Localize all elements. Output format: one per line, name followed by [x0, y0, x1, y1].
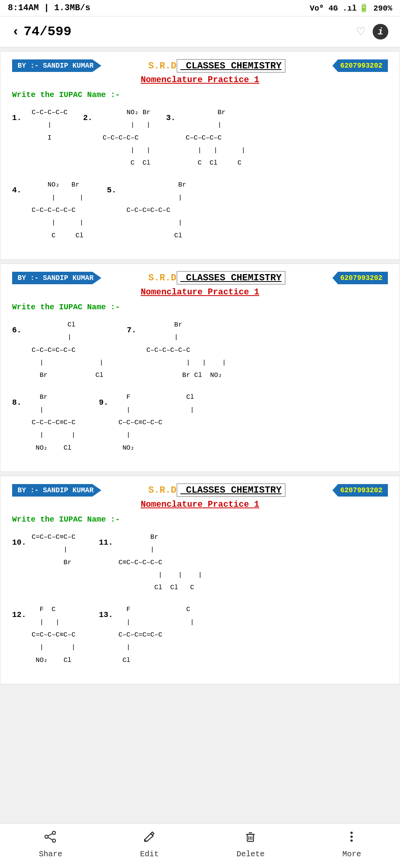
q13-formula: F C | | C–C–C=C=C–C | Cl: [118, 603, 194, 666]
info-button[interactable]: i: [373, 24, 388, 39]
structure-row-4-5: 4. NO₂ Br | | C–C–C–C–C–C | | C Cl 5. Br…: [12, 179, 388, 242]
share-button[interactable]: Share: [39, 830, 62, 859]
author-label-2: BY :- SANDIP KUMAR: [12, 272, 101, 284]
q11-formula: Br | C≡C–C–C–C–C | | | Cl Cl C: [118, 531, 202, 594]
bottom-toolbar: Share Edit Delete: [0, 823, 400, 868]
q8-formula: Br | C–C–C–C≡C–C | | NO₂ Cl: [32, 391, 75, 454]
q1-formula: C–C–C–C–C | I: [32, 106, 68, 144]
structures-panel-3: 10. C=C–C–C≡C–C | Br 11. Br | C≡C–C–C–C–…: [12, 531, 388, 667]
q6-formula: Cl | C–C–C=C–C–C | | Br Cl: [32, 319, 104, 382]
more-button[interactable]: More: [342, 830, 361, 859]
delete-icon: [244, 830, 257, 846]
panel-3: BY :- SANDIP KUMAR S.R.D CLASSES CHEMIST…: [0, 476, 400, 684]
more-icon: [345, 830, 358, 846]
srd-text-1: S.R.D: [148, 61, 177, 71]
nav-left[interactable]: ‹ 74/599: [12, 24, 71, 39]
banner-3: BY :- SANDIP KUMAR S.R.D CLASSES CHEMIST…: [12, 484, 388, 497]
svg-point-0: [52, 831, 55, 834]
banner-title-1: S.R.D CLASSES CHEMISTRY: [101, 61, 332, 71]
share-icon: [44, 830, 57, 846]
author-label-3: BY :- SANDIP KUMAR: [12, 484, 101, 497]
back-button[interactable]: ‹: [12, 24, 20, 39]
delete-button[interactable]: Delete: [236, 830, 264, 859]
q7-num: 7.: [127, 319, 146, 337]
q6-num: 6.: [12, 319, 32, 337]
q11-num: 11.: [99, 531, 118, 549]
panel-1: BY :- SANDIP KUMAR S.R.D CLASSES CHEMIST…: [0, 51, 400, 260]
status-time: 8:14AM | 1.3MB/s: [8, 3, 90, 13]
favorite-button[interactable]: ♡: [357, 23, 365, 40]
q3-formula: Br | C–C–C–C–C | | | C Cl C: [186, 106, 245, 169]
q4-num: 4.: [12, 179, 32, 197]
edit-icon: [143, 830, 155, 846]
edit-label: Edit: [140, 850, 159, 859]
q3-num: 3.: [166, 106, 186, 124]
q13-num: 13.: [99, 603, 118, 621]
instruction-1: Write the IUPAC Name :-: [12, 90, 388, 99]
classes-text-2: CLASSES CHEMISTRY: [177, 271, 286, 285]
svg-line-4: [48, 838, 52, 840]
banner-title-3: S.R.D CLASSES CHEMISTRY: [101, 485, 332, 495]
structure-row-1-2-3: 1. C–C–C–C–C | I 2. NO₂ Br | | C–C–C–C–C…: [12, 106, 388, 169]
page-counter: 74/599: [23, 24, 71, 39]
banner-2: BY :- SANDIP KUMAR S.R.D CLASSES CHEMIST…: [12, 272, 388, 284]
srd-text-2: S.R.D: [148, 273, 177, 283]
q12-num: 12.: [12, 603, 32, 621]
author-label-1: BY :- SANDIP KUMAR: [12, 59, 101, 72]
status-right: Vo⁰ 4G .ıl 🔋 290%: [310, 3, 392, 13]
main-content: BY :- SANDIP KUMAR S.R.D CLASSES CHEMIST…: [0, 51, 400, 735]
classes-text-3: CLASSES CHEMISTRY: [177, 483, 286, 497]
banner-1: BY :- SANDIP KUMAR S.R.D CLASSES CHEMIST…: [12, 59, 388, 72]
edit-button[interactable]: Edit: [140, 830, 159, 859]
svg-point-1: [45, 835, 48, 838]
subtitle-2: Nomenclature Practice 1: [12, 287, 388, 297]
share-label: Share: [39, 850, 62, 859]
phone-label-1: 6207993202: [332, 59, 388, 72]
structure-row-12-13: 12. F C | | C=C–C–C≡C–C | | NO₂ Cl 13. F…: [12, 603, 388, 666]
structures-panel-2: 6. Cl | C–C–C=C–C–C | | Br Cl 7. Br | C–…: [12, 319, 388, 454]
instruction-3: Write the IUPAC Name :-: [12, 515, 388, 524]
structures-panel-1: 1. C–C–C–C–C | I 2. NO₂ Br | | C–C–C–C–C…: [12, 106, 388, 242]
q9-num: 9.: [99, 391, 118, 409]
subtitle-3: Nomenclature Practice 1: [12, 500, 388, 509]
nav-bar: ‹ 74/599 ♡ i: [0, 16, 400, 47]
q10-formula: C=C–C–C≡C–C | Br: [32, 531, 75, 569]
battery-indicator: 🔋 290%: [359, 3, 392, 13]
instruction-2: Write the IUPAC Name :-: [12, 303, 388, 312]
q9-formula: F Cl | | C–C–C≡C–C–C | NO₂: [118, 391, 194, 454]
q10-num: 10.: [12, 531, 32, 549]
q1-num: 1.: [12, 106, 32, 124]
srd-text-3: S.R.D: [148, 485, 177, 495]
panel-2: BY :- SANDIP KUMAR S.R.D CLASSES CHEMIST…: [0, 264, 400, 472]
delete-label: Delete: [236, 850, 264, 859]
phone-label-2: 6207993202: [332, 272, 388, 284]
structure-row-6-7: 6. Cl | C–C–C=C–C–C | | Br Cl 7. Br | C–…: [12, 319, 388, 382]
more-label: More: [342, 850, 361, 859]
q7-formula: Br | C–C–C–C–C–C | | | Br Cl NO₂: [146, 319, 226, 382]
q12-formula: F C | | C=C–C–C≡C–C | | NO₂ Cl: [32, 603, 75, 666]
svg-point-2: [52, 839, 55, 842]
structure-row-10-11: 10. C=C–C–C≡C–C | Br 11. Br | C≡C–C–C–C–…: [12, 531, 388, 594]
phone-label-3: 6207993202: [332, 484, 388, 497]
status-bar: 8:14AM | 1.3MB/s Vo⁰ 4G .ıl 🔋 290%: [0, 0, 400, 16]
banner-title-2: S.R.D CLASSES CHEMISTRY: [101, 273, 332, 283]
q5-formula: Br | C–C–C=C–C–C | Cl: [127, 179, 186, 242]
q2-num: 2.: [83, 106, 103, 124]
subtitle-1: Nomenclature Practice 1: [12, 75, 388, 85]
q2-formula: NO₂ Br | | C–C–C–C–C | | C Cl: [103, 106, 150, 169]
nav-right: ♡ i: [357, 23, 388, 40]
structure-row-8-9: 8. Br | C–C–C–C≡C–C | | NO₂ Cl 9. F Cl |…: [12, 391, 388, 454]
q8-num: 8.: [12, 391, 32, 409]
q4-formula: NO₂ Br | | C–C–C–C–C–C | | C Cl: [32, 179, 84, 242]
svg-point-11: [350, 836, 353, 838]
svg-point-12: [350, 839, 353, 842]
classes-text-1: CLASSES CHEMISTRY: [177, 59, 286, 73]
q5-num: 5.: [107, 179, 127, 197]
svg-line-3: [48, 834, 52, 836]
signal-indicator: Vo⁰ 4G .ıl: [310, 3, 357, 13]
svg-point-10: [350, 832, 353, 834]
